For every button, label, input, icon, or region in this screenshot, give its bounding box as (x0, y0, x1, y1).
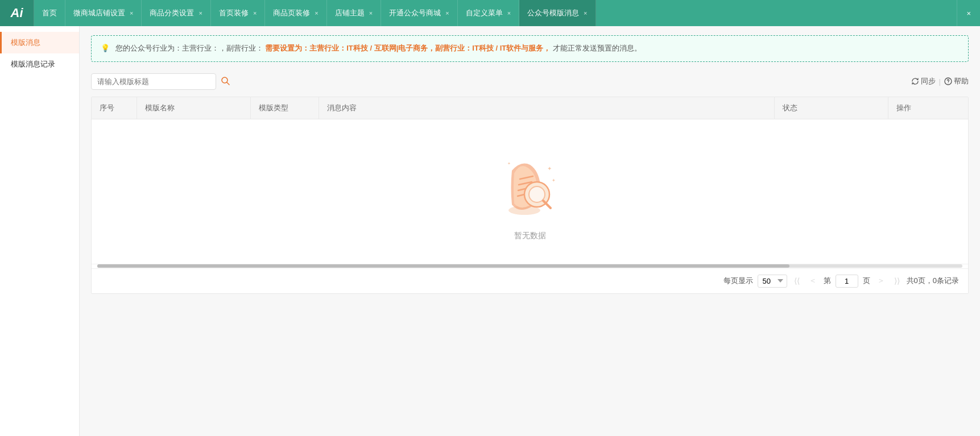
nav-tab-micro-store[interactable]: 微商城店铺设置 × (65, 0, 142, 26)
close-icon[interactable]: × (130, 10, 133, 16)
page-size-select[interactable]: 50 10 20 100 (758, 275, 787, 288)
sidebar: 模版消息 模版消息记录 (0, 26, 80, 436)
banner-highlight: 需要设置为：主营行业：IT科技 / 互联网|电子商务，副营行业：IT科技 / I… (265, 44, 551, 52)
search-bar: 同步 | 帮助 (91, 73, 969, 90)
nav-tab-store-theme[interactable]: 店铺主题 × (327, 0, 381, 26)
sync-label: 同步 (921, 76, 936, 86)
nav-tab-category[interactable]: 商品分类设置 × (142, 0, 210, 26)
data-table: 序号 模版名称 模版类型 消息内容 状态 操作 (91, 97, 969, 294)
nav-tab-custom-menu[interactable]: 自定义菜单 × (458, 0, 519, 26)
col-index: 序号 (92, 97, 137, 119)
search-right: 同步 | 帮助 (911, 76, 969, 86)
nav-tab-template-msg[interactable]: 公众号模版消息 × (519, 0, 596, 26)
total-text: 共0页，0条记录 (907, 276, 959, 286)
sidebar-item-template-records[interactable]: 模版消息记录 (0, 53, 79, 75)
nav-tab-product-decor[interactable]: 商品页装修 × (265, 0, 326, 26)
close-icon[interactable]: × (315, 10, 318, 16)
page-number-input[interactable] (836, 275, 858, 288)
close-icon[interactable]: × (199, 10, 202, 16)
help-button[interactable]: 帮助 (944, 76, 969, 86)
help-icon (944, 77, 952, 85)
sync-icon (911, 77, 919, 85)
close-icon[interactable]: × (584, 10, 587, 16)
horizontal-scrollbar[interactable] (92, 264, 968, 268)
content-area: 💡 您的公众号行业为：主营行业：，副营行业： 需要设置为：主营行业：IT科技 /… (80, 26, 980, 436)
col-type: 模版类型 (251, 97, 319, 119)
page-size-label: 每页显示 (723, 276, 753, 286)
divider: | (939, 77, 941, 86)
first-page-button[interactable]: ⟨⟨ (792, 275, 802, 286)
nav-tab-home[interactable]: 首页 (34, 0, 65, 26)
help-label: 帮助 (954, 76, 969, 86)
col-name: 模版名称 (137, 97, 251, 119)
col-status: 状态 (775, 97, 888, 119)
sync-button[interactable]: 同步 (911, 76, 936, 86)
col-action: 操作 (888, 97, 968, 119)
empty-text: 暂无数据 (514, 231, 546, 241)
close-all-tabs-button[interactable]: × (957, 0, 980, 26)
scrollbar-thumb (97, 264, 789, 268)
last-page-button[interactable]: ⟩⟩ (892, 275, 902, 286)
search-left (91, 73, 230, 90)
bulb-icon: 💡 (101, 44, 110, 52)
banner-prefix: 您的公众号行业为：主营行业：，副营行业： (115, 44, 263, 52)
info-banner: 💡 您的公众号行业为：主营行业：，副营行业： 需要设置为：主营行业：IT科技 /… (91, 35, 969, 62)
next-page-button[interactable]: ＞ (875, 275, 887, 287)
close-icon[interactable]: × (253, 10, 257, 16)
app-logo: Ai (0, 0, 34, 26)
svg-text:✦: ✦ (507, 161, 511, 165)
scrollbar-track (97, 264, 962, 268)
close-icon[interactable]: × (507, 10, 511, 16)
page-unit: 页 (863, 276, 870, 286)
close-icon[interactable]: × (369, 10, 373, 16)
top-nav-bar: Ai 首页 微商城店铺设置 × 商品分类设置 × 首页装修 × 商品页装修 × … (0, 0, 980, 26)
col-content: 消息内容 (319, 97, 775, 119)
prev-page-button[interactable]: ＜ (807, 275, 819, 287)
nav-tab-open-mall[interactable]: 开通公众号商城 × (381, 0, 457, 26)
svg-text:✦: ✦ (552, 178, 556, 183)
svg-point-3 (948, 83, 948, 84)
table-header: 序号 模版名称 模版类型 消息内容 状态 操作 (92, 97, 968, 119)
banner-suffix: 才能正常发送预置的消息。 (553, 44, 642, 52)
search-input[interactable] (91, 73, 216, 90)
empty-illustration: ✦ ✦ ✦ (496, 153, 564, 222)
empty-state: ✦ ✦ ✦ 暂无数据 (92, 119, 968, 264)
close-icon[interactable]: × (445, 10, 449, 16)
sidebar-item-template-message[interactable]: 模版消息 (0, 32, 79, 53)
page-prefix: 第 (824, 276, 831, 286)
nav-tab-home-decor[interactable]: 首页装修 × (211, 0, 265, 26)
pagination: 每页显示 50 10 20 100 ⟨⟨ ＜ 第 页 ＞ ⟩⟩ 共0页，0条记录 (92, 268, 968, 293)
search-icon (221, 76, 230, 85)
svg-text:✦: ✦ (547, 165, 552, 172)
search-button[interactable] (221, 76, 230, 87)
svg-line-1 (227, 82, 229, 85)
main-layout: 模版消息 模版消息记录 💡 您的公众号行业为：主营行业：，副营行业： 需要设置为… (0, 26, 980, 436)
